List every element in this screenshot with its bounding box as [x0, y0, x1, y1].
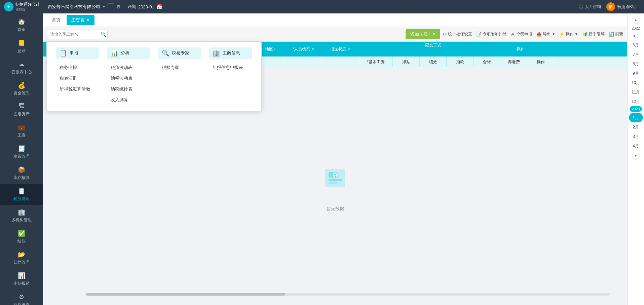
sidebar-item-ledger[interactable]: 📒 总账	[0, 36, 43, 57]
cloud-icon: ☁	[18, 61, 25, 68]
cal-month-6[interactable]: 6月	[629, 40, 643, 50]
sidebar-label-invoice: 发票管理	[13, 154, 30, 159]
sidebar-item-invoice[interactable]: 🧾 发票管理	[0, 142, 43, 163]
company-arrow-icon: ▼	[102, 5, 106, 9]
sidebar-item-payroll[interactable]: 💼 工资	[0, 120, 43, 142]
business-section-title: 工商信息	[223, 50, 240, 56]
cal-prev-btn[interactable]: ▲	[632, 16, 640, 24]
tab-payroll-table[interactable]: 工资表 ✕	[67, 15, 94, 25]
menu-item-tax-statistics[interactable]: 纳税统计表	[107, 84, 150, 94]
dropdown-sections: 📋 申报 税务申报 税表清册 所得税汇算清缴 📊 分析 税负波动表 纳税波动表 …	[52, 47, 256, 105]
service-button[interactable]: 🎧 人工咨询	[578, 4, 601, 10]
new-guide-icon: 🔰	[582, 32, 588, 37]
sidebar-item-multiorg[interactable]: 🏢 多机构管理	[0, 205, 43, 226]
export-arrow-icon: ▼	[552, 32, 555, 36]
scrollbar-track[interactable]	[86, 293, 610, 296]
social-security-btn[interactable]: ⚙ 统一社保设置	[443, 31, 472, 37]
tax-return-btn[interactable]: 🖨 个税申报	[511, 31, 532, 37]
menu-item-annual-report[interactable]: 年报信息申报表	[209, 62, 252, 73]
tab-payroll-label: 工资表	[71, 17, 84, 23]
sidebar-label-capital: 资金管理	[13, 90, 30, 96]
sidebar-item-tax[interactable]: 📋 税务管理	[0, 184, 43, 205]
sidebar-label-archive: 归档管理	[13, 260, 30, 265]
cal-month-2[interactable]: 2月	[629, 122, 643, 132]
operate-label: 操作	[566, 31, 574, 37]
toolbar-actions: ⚙ 统一社保设置 📝 专项附加扣除 🖨 个税申报 📤 导出 ▼ ⚡	[443, 31, 623, 37]
th-status-label: *人员状态	[293, 46, 310, 52]
cal-month-7[interactable]: 7月	[629, 50, 643, 59]
sidebar-item-home[interactable]: 🏠 首页	[0, 15, 43, 36]
period-calendar-icon[interactable]: 📅	[156, 4, 162, 9]
menu-item-tax-table[interactable]: 税表清册	[56, 73, 99, 84]
sidebar-item-capital[interactable]: 💰 资金管理	[0, 78, 43, 100]
th-sub-deduction: 扣款	[447, 56, 473, 67]
operate-btn[interactable]: ⚡ 操作 ▼	[559, 31, 578, 37]
social-security-icon: ⚙	[443, 32, 447, 37]
th-sub-base-salary: *基本工资	[359, 56, 393, 67]
user-area[interactable]: 畅 畅捷通B组…	[606, 2, 640, 11]
sidebar-item-report[interactable]: 📊 小畅报销	[0, 269, 43, 290]
sidebar: 🏠 首页 📒 总账 ☁ 云报表中心 💰 资金管理 🏗 固定资产 💼 工资 🧾 发…	[0, 13, 43, 305]
menu-item-tax-burden[interactable]: 税负波动表	[107, 62, 150, 73]
dropdown-menu: 📋 申报 税务申报 税表清册 所得税汇算清缴 📊 分析 税负波动表 纳税波动表 …	[46, 42, 262, 111]
status-filter-icon[interactable]: ▼	[311, 47, 314, 51]
svg-rect-3	[329, 182, 337, 184]
cal-month-3[interactable]: 3月	[629, 132, 643, 141]
cal-month-9[interactable]: 9月	[629, 69, 643, 78]
cal-month-5[interactable]: 5月	[629, 31, 643, 40]
cal-month-4[interactable]: 4月	[629, 141, 643, 151]
refresh-icon: 🔄	[609, 32, 614, 37]
sidebar-item-cloud[interactable]: ☁ 云报表中心	[0, 57, 43, 78]
add-person-button[interactable]: 添加人员 ▼	[406, 29, 440, 39]
new-guide-btn[interactable]: 🔰 新手引导	[582, 31, 605, 37]
add-company-icon[interactable]: +	[108, 3, 114, 10]
period-label: 账期	[127, 4, 136, 10]
cal-month-1-active[interactable]: 1月	[629, 113, 643, 122]
scrollbar-thumb[interactable]	[86, 293, 285, 296]
toolbar: 🔍 添加人员 ▼ ⚙ 统一社保设置 📝 专项附加扣除 🖨 个税申报	[43, 27, 627, 42]
sidebar-label-payroll: 工资	[17, 132, 26, 138]
th-sub-performance: 绩效	[420, 56, 447, 67]
menu-item-tax-expert[interactable]: 税检专家	[158, 62, 201, 73]
menu-item-tax-fluctuation[interactable]: 纳税波动表	[107, 73, 150, 84]
company-settings-icon[interactable]: ⚙	[116, 4, 121, 9]
add-person-arrow-icon[interactable]: ▼	[429, 32, 435, 36]
sidebar-item-settings[interactable]: ⚙ 基础设置	[0, 290, 43, 305]
empty-illustration: :(	[318, 160, 352, 194]
special-deduction-btn[interactable]: 📝 专项附加扣除	[476, 31, 507, 37]
tab-close-icon[interactable]: ✕	[86, 18, 90, 23]
sidebar-item-inventory[interactable]: 📦 库存核算	[0, 163, 43, 184]
user-avatar: 畅	[606, 2, 615, 11]
cal-month-11[interactable]: 11月	[629, 87, 643, 97]
search-input[interactable]	[50, 32, 101, 37]
report-icon: 📊	[18, 272, 25, 279]
sidebar-label-assets: 固定资产	[13, 111, 30, 117]
th-sub-total: 合计	[473, 56, 500, 67]
sidebar-item-archive[interactable]: 📂 归档管理	[0, 247, 43, 269]
tab-bar: 首页 工资表 ✕	[43, 13, 627, 27]
sidebar-label-report: 小畅报销	[13, 281, 30, 287]
cal-month-8[interactable]: 8月	[629, 59, 643, 69]
cal-current-year-badge: 2023	[630, 106, 642, 112]
sidebar-item-assets[interactable]: 🏗 固定资产	[0, 100, 43, 120]
export-label: 导出	[543, 31, 551, 37]
sidebar-item-settle[interactable]: ✅ 结账	[0, 226, 43, 247]
export-btn[interactable]: 📤 导出 ▼	[536, 31, 555, 37]
home-icon: 🏠	[18, 18, 25, 26]
tab-home[interactable]: 首页	[47, 15, 65, 25]
settle-icon: ✅	[18, 230, 25, 237]
tab-home-label: 首页	[52, 17, 61, 23]
search-box[interactable]: 🔍	[47, 30, 108, 39]
menu-item-income-tax[interactable]: 所得税汇算清缴	[56, 84, 99, 94]
menu-item-income-calc[interactable]: 收入测算	[107, 94, 150, 105]
tax-expert-section-title: 税检专家	[172, 50, 189, 56]
add-person-label: 添加人员	[410, 31, 428, 37]
report-filter-icon[interactable]: ▼	[347, 47, 351, 51]
section-analysis: 📊 分析 税负波动表 纳税波动表 纳税统计表 收入测算	[103, 47, 154, 105]
company-selector[interactable]: 西安虾米网络科技有限公司 ▼ + ⚙	[48, 3, 121, 10]
refresh-btn[interactable]: 🔄 刷新	[609, 31, 623, 37]
menu-item-tax-declaration[interactable]: 税务申报	[56, 62, 99, 73]
cal-next-btn[interactable]: ▼	[632, 152, 640, 160]
cal-month-12[interactable]: 12月	[629, 97, 643, 106]
cal-month-10[interactable]: 10月	[629, 78, 643, 87]
